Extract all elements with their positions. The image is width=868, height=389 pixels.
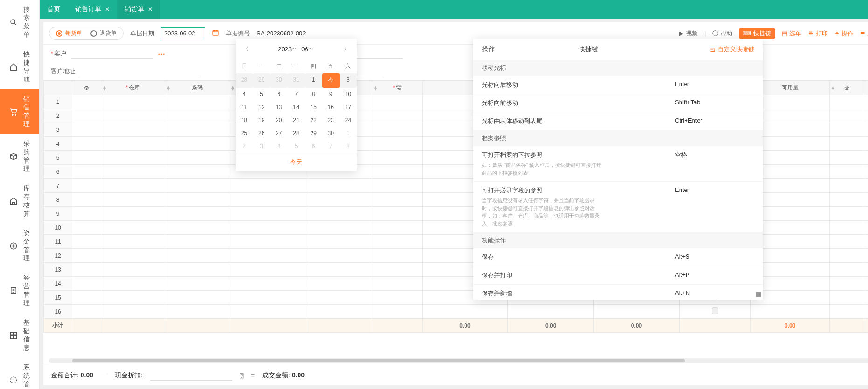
day-cell[interactable]: 22 <box>305 114 322 127</box>
day-cell[interactable]: 3 <box>340 73 357 88</box>
sidebar-item-cart[interactable]: 销售管理 <box>0 89 39 134</box>
sort-icon[interactable]: ▴▾ <box>832 86 834 90</box>
cell-barcode[interactable] <box>165 263 229 277</box>
cell-ops[interactable]: 🗑⧉ <box>865 179 868 193</box>
cell-need[interactable] <box>372 235 422 249</box>
cell-gear[interactable] <box>72 249 101 263</box>
shortcut-scroll-indicator[interactable] <box>756 292 761 297</box>
day-cell[interactable]: 12 <box>253 101 270 114</box>
day-cell[interactable]: 6 <box>305 140 322 153</box>
sort-icon[interactable]: ▴▾ <box>231 86 234 90</box>
tool-help[interactable]: ⓘ 帮助 <box>712 29 732 38</box>
day-cell[interactable]: 8 <box>305 88 322 101</box>
cell-barcode[interactable] <box>165 305 229 319</box>
close-icon[interactable]: ✕ <box>148 6 153 13</box>
cell-gear[interactable] <box>72 95 101 109</box>
cell-taxrate[interactable] <box>308 207 372 221</box>
cell-ops[interactable]: 🗑⧉ <box>865 277 868 291</box>
cell-need[interactable] <box>372 179 422 193</box>
day-cell[interactable]: 10 <box>340 88 357 101</box>
gift-checkbox[interactable] <box>712 307 718 314</box>
day-cell[interactable]: 29 <box>253 73 270 88</box>
cell-need[interactable] <box>372 165 422 179</box>
cell-ops[interactable]: 🗑⧉ <box>865 221 868 235</box>
cell-barcode[interactable] <box>165 235 229 249</box>
day-cell[interactable]: 14 <box>287 101 305 114</box>
day-cell[interactable]: 15 <box>305 101 322 114</box>
day-cell[interactable]: 28 <box>287 127 305 140</box>
cell-spec[interactable] <box>229 221 308 235</box>
calendar-prev-icon[interactable]: 〈 <box>241 43 250 55</box>
day-cell[interactable]: 11 <box>236 101 253 114</box>
cell-ops[interactable]: 🗑⧉ <box>865 109 868 123</box>
day-cell[interactable]: 31 <box>287 73 305 88</box>
tool-operate[interactable]: ✦ 操作 <box>834 29 854 38</box>
cell-warehouse[interactable] <box>101 305 165 319</box>
cell-taxrate[interactable] <box>308 249 372 263</box>
tool-video[interactable]: ▶ 视频 <box>679 29 698 38</box>
cell-taxrate[interactable] <box>308 305 372 319</box>
horizontal-scrollbar[interactable] <box>49 358 868 363</box>
cell-deliver[interactable] <box>829 179 865 193</box>
col-header-warehouse[interactable]: ▴▾*仓库 <box>101 81 165 95</box>
day-cell[interactable]: 3 <box>253 140 270 153</box>
cell-barcode[interactable] <box>165 95 229 109</box>
cell-warehouse[interactable] <box>101 235 165 249</box>
cell-warehouse[interactable] <box>101 151 165 165</box>
cell-warehouse[interactable] <box>101 207 165 221</box>
cell-ops[interactable]: 🗑⧉ <box>865 151 868 165</box>
cell-spec[interactable] <box>229 305 308 319</box>
radio-sales[interactable]: 销货单 <box>56 29 82 37</box>
cell-ops[interactable]: 🗑⧉ <box>865 165 868 179</box>
cell-need[interactable] <box>372 123 422 137</box>
customer-input[interactable] <box>71 48 153 59</box>
cell-warehouse[interactable] <box>101 249 165 263</box>
sidebar-item-coin[interactable]: 资金管理 <box>0 224 39 268</box>
cell-taxrate[interactable] <box>308 179 372 193</box>
day-cell[interactable]: 4 <box>270 140 287 153</box>
cell-barcode[interactable] <box>165 277 229 291</box>
day-cell[interactable]: 26 <box>253 127 270 140</box>
day-cell[interactable]: 20 <box>270 114 287 127</box>
cell-need[interactable] <box>372 151 422 165</box>
calendar-month[interactable]: 06﹀ <box>301 45 314 54</box>
cell-need[interactable] <box>372 249 422 263</box>
cell-deliver[interactable] <box>829 305 865 319</box>
cell-warehouse[interactable] <box>101 165 165 179</box>
cell-gear[interactable] <box>72 305 101 319</box>
day-cell[interactable]: 27 <box>270 127 287 140</box>
day-cell[interactable]: 8 <box>340 140 357 153</box>
cell-taxrate[interactable] <box>308 263 372 277</box>
cell-deliver[interactable] <box>829 291 865 305</box>
cell-warehouse[interactable] <box>101 109 165 123</box>
cell-taxrate[interactable] <box>308 235 372 249</box>
cell-amt3[interactable] <box>594 305 680 319</box>
cell-gear[interactable] <box>72 221 101 235</box>
cell-spec[interactable] <box>229 263 308 277</box>
col-header-barcode[interactable]: ▴▾条码 <box>165 81 229 95</box>
col-header-ops[interactable]: 操作 <box>865 81 868 95</box>
cell-spec[interactable] <box>229 277 308 291</box>
day-cell[interactable]: 9 <box>322 88 340 101</box>
cell-spec[interactable] <box>229 193 308 207</box>
cell-need[interactable] <box>372 263 422 277</box>
day-cell[interactable]: 13 <box>270 101 287 114</box>
cell-gear[interactable] <box>72 123 101 137</box>
day-cell[interactable]: 16 <box>322 101 340 114</box>
cell-gear[interactable] <box>72 165 101 179</box>
cell-taxrate[interactable] <box>308 193 372 207</box>
radio-return[interactable]: 退货单 <box>90 29 117 37</box>
tab-2[interactable]: 销货单✕ <box>117 0 160 19</box>
cell-deliver[interactable] <box>829 165 865 179</box>
tab-0[interactable]: 首页 <box>40 0 68 19</box>
cell-warehouse[interactable] <box>101 221 165 235</box>
cell-need[interactable] <box>372 109 422 123</box>
cell-gear[interactable] <box>72 277 101 291</box>
cell-warehouse[interactable] <box>101 263 165 277</box>
cell-need[interactable] <box>372 305 422 319</box>
cell-warehouse[interactable] <box>101 277 165 291</box>
cell-avail[interactable] <box>751 305 829 319</box>
cell-warehouse[interactable] <box>101 137 165 151</box>
calendar-next-icon[interactable]: 〉 <box>342 43 351 55</box>
table-row[interactable]: 16🗑⧉ <box>44 305 868 319</box>
